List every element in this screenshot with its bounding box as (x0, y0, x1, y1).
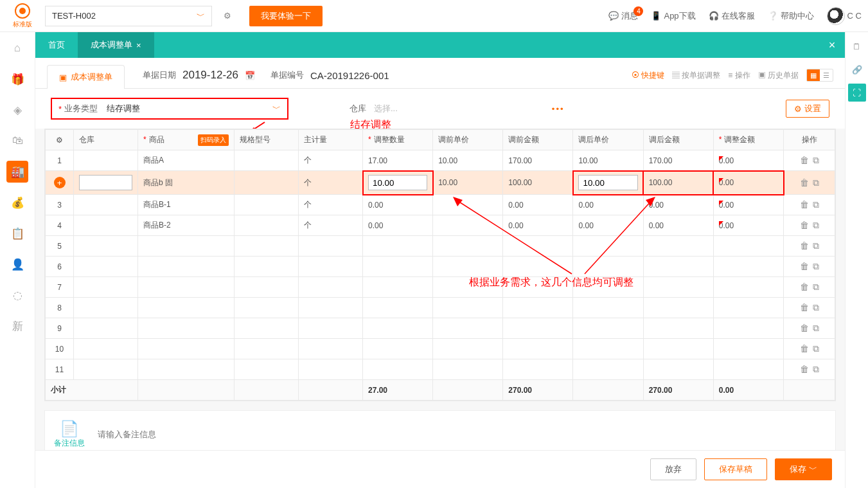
tab-cost-adjust[interactable]: 成本调整单× (78, 32, 154, 58)
user-menu[interactable]: C C (827, 7, 862, 25)
copy-icon[interactable]: ⧉ (813, 155, 819, 165)
qty-input[interactable] (368, 175, 427, 190)
doc-type-tab[interactable]: ▣ 成本调整单 (47, 65, 125, 89)
table-row[interactable]: 9🗑⧉ (46, 318, 835, 339)
rail-note-icon[interactable]: 🗒 (848, 37, 866, 55)
table-row[interactable]: 7🗑⧉ (46, 277, 835, 298)
try-button[interactable]: 我要体验一下 (249, 6, 323, 26)
business-type-select[interactable]: * 业务类型 结存调整 ﹀ (51, 98, 288, 120)
remark-icon: 📄备注信息 (54, 420, 85, 449)
table-row[interactable]: 8🗑⧉ (46, 298, 835, 318)
copy-icon[interactable]: ⧉ (813, 220, 819, 230)
delete-icon[interactable]: 🗑 (800, 302, 809, 312)
th-post-amt: 调后金额 (643, 130, 713, 150)
th-ops: 操作 (784, 130, 835, 150)
table-header-row: ⚙ 仓库 *商品扫码录入 规格型号 主计量 *调整数量 调前单价 调前金额 调后… (46, 130, 835, 150)
hotkey-link[interactable]: ⦿ 快捷键 (632, 70, 664, 81)
discard-button[interactable]: 放弃 (650, 458, 696, 480)
copy-icon[interactable]: ⧉ (813, 343, 819, 354)
delete-icon[interactable]: 🗑 (800, 155, 809, 165)
copy-icon[interactable]: ⧉ (813, 177, 819, 188)
operate-link[interactable]: ≡ 操作 (728, 70, 750, 81)
remark-input[interactable] (98, 429, 826, 439)
data-table: ⚙ 仓库 *商品扫码录入 规格型号 主计量 *调整数量 调前单价 调前金额 调后… (44, 129, 836, 401)
warehouse-select[interactable]: 仓库 选择... (350, 103, 398, 114)
service-link[interactable]: 🎧在线客服 (709, 10, 755, 22)
nav-gift-icon[interactable]: 🎁 (6, 68, 28, 90)
save-button[interactable]: 保存 ﹀ (775, 458, 832, 480)
post-price-input[interactable] (578, 175, 637, 190)
scan-input-tag[interactable]: 扫码录入 (198, 134, 229, 146)
add-row-icon[interactable]: + (54, 177, 66, 188)
th-product: *商品扫码录入 (138, 130, 235, 150)
table-row[interactable]: 11🗑⧉ (46, 359, 835, 380)
date-value[interactable]: 2019-12-26 (182, 69, 238, 82)
page-tabs: 首页 成本调整单× × (35, 32, 845, 58)
table-row[interactable]: 3商品B-1个0.000.000.000.000.00🗑⧉ (46, 195, 835, 215)
table-row[interactable]: +商品b 固个10.00100.00100.000.00🗑⧉ (46, 171, 835, 195)
delete-icon[interactable]: 🗑 (800, 261, 809, 271)
copy-icon[interactable]: ⧉ (813, 323, 819, 333)
app-download-link[interactable]: 📱App下载 (651, 10, 695, 22)
tab-home[interactable]: 首页 (35, 32, 78, 58)
nav-clipboard-icon[interactable]: 📋 (6, 222, 28, 244)
history-link[interactable]: ▣ 历史单据 (758, 70, 799, 81)
nav-warehouse-icon[interactable]: 🏭 (6, 161, 28, 183)
th-warehouse: 仓库 (74, 130, 138, 150)
tabs-close-all[interactable]: × (819, 32, 845, 58)
table-row[interactable]: 10🗑⧉ (46, 339, 835, 359)
copy-icon[interactable]: ⧉ (813, 240, 819, 251)
settings-icon[interactable]: ⚙ (217, 6, 238, 26)
delete-icon[interactable]: 🗑 (800, 220, 809, 230)
close-icon[interactable]: × (136, 41, 141, 50)
rail-link-icon[interactable]: 🔗 (848, 60, 866, 78)
table-row[interactable]: 6🗑⧉ (46, 257, 835, 277)
table-row[interactable]: 5🗑⧉ (46, 236, 835, 257)
nav-home-icon[interactable]: ⌂ (6, 37, 28, 59)
save-draft-button[interactable]: 保存草稿 (704, 458, 767, 480)
nav-new-icon[interactable]: 新 (6, 315, 28, 337)
delete-icon[interactable]: 🗑 (800, 282, 809, 292)
docno-label: 单据编号 (270, 69, 304, 81)
th-gear[interactable]: ⚙ (46, 130, 74, 150)
help-link[interactable]: ❔帮助中心 (768, 10, 814, 22)
table-row[interactable]: 1商品A个17.0010.00170.0010.00170.000.00🗑⧉ (46, 150, 835, 171)
copy-icon[interactable]: ⧉ (813, 302, 819, 312)
delete-icon[interactable]: 🗑 (800, 364, 809, 374)
nav-sync-icon[interactable]: ◌ (6, 284, 28, 306)
copy-icon[interactable]: ⧉ (813, 282, 819, 292)
messages-link[interactable]: 💬 消息 4 (608, 10, 638, 22)
phone-icon: 📱 (651, 11, 661, 21)
table-row[interactable]: 4商品B-2个0.000.000.000.000.00🗑⧉ (46, 215, 835, 236)
by-doc-link[interactable]: ▤ 按单据调整 (672, 70, 720, 81)
delete-icon[interactable]: 🗑 (800, 323, 809, 333)
settings-button[interactable]: ⚙设置 (786, 100, 829, 118)
copy-icon[interactable]: ⧉ (813, 199, 819, 210)
delete-icon[interactable]: 🗑 (800, 240, 809, 251)
subtotal-row: 小计 27.00 270.00 270.00 0.00 (46, 380, 835, 401)
view-grid-icon[interactable]: ▦ (807, 69, 820, 81)
delete-icon[interactable]: 🗑 (800, 199, 809, 210)
rail-expand-icon[interactable]: ⛶ (848, 84, 866, 102)
doc-icon: ▣ (59, 73, 67, 82)
headset-icon: 🎧 (709, 11, 719, 21)
docno-value: CA-20191226-001 (310, 70, 389, 81)
nav-bag-icon[interactable]: 🛍 (6, 130, 28, 152)
more-icon[interactable]: ••• (552, 104, 565, 114)
delete-icon[interactable]: 🗑 (800, 343, 809, 354)
nav-contact-icon[interactable]: 👤 (6, 253, 28, 275)
warehouse-input[interactable] (79, 175, 132, 190)
topbar-right: 💬 消息 4 📱App下载 🎧在线客服 ❔帮助中心 C C (608, 7, 862, 25)
delete-icon[interactable]: 🗑 (800, 177, 809, 188)
copy-icon[interactable]: ⧉ (813, 261, 819, 271)
nav-diamond-icon[interactable]: ◈ (6, 99, 28, 121)
th-unit: 主计量 (299, 130, 363, 150)
copy-icon[interactable]: ⧉ (813, 364, 819, 374)
company-select[interactable]: TEST-H002 ﹀ (45, 6, 212, 26)
view-list-icon[interactable]: ☰ (820, 69, 833, 81)
view-toggle[interactable]: ▦ ☰ (806, 69, 833, 82)
nav-money-icon[interactable]: 💰 (6, 192, 28, 213)
th-adj-amt: *调整金额 (713, 130, 783, 150)
calendar-icon[interactable]: 📅 (245, 71, 255, 80)
left-nav: ⌂ 🎁 ◈ 🛍 🏭 💰 📋 👤 ◌ 新 (0, 32, 35, 488)
